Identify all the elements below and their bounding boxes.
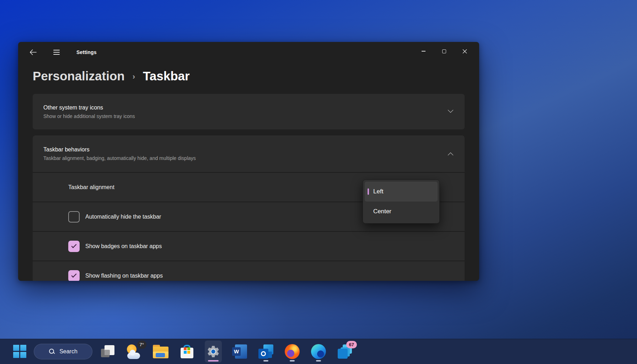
running-app-indicator: [316, 360, 321, 362]
page-title: Taskbar: [143, 69, 190, 83]
minimize-icon: [422, 51, 425, 52]
file-explorer-icon: [153, 345, 168, 358]
taskbar: Search 7°: [0, 339, 637, 364]
chevron-down-icon[interactable]: [448, 107, 454, 113]
minimize-button[interactable]: [413, 43, 434, 59]
back-arrow-icon: [30, 49, 37, 55]
desktop-wallpaper: Settings Personalization › Taskbar Othe: [0, 0, 637, 364]
search-icon: [49, 348, 55, 355]
card-subtitle: Show or hide additional system tray icon…: [43, 113, 135, 119]
outlook-button[interactable]: [257, 341, 274, 363]
microsoft-store-icon: [181, 345, 193, 358]
checkbox-show-badges[interactable]: [68, 241, 80, 252]
card-other-system-tray-icons[interactable]: Other system tray icons Show or hide add…: [33, 94, 465, 129]
app-title: Settings: [76, 49, 97, 55]
firefox-button[interactable]: [284, 341, 301, 363]
settings-gear-icon: [205, 344, 221, 359]
checkmark-icon: [71, 243, 77, 248]
microsoft-store-button[interactable]: [178, 341, 196, 363]
chevron-up-icon[interactable]: [448, 152, 454, 158]
card-title: Other system tray icons: [43, 105, 135, 111]
dropdown-option-center[interactable]: Center: [365, 202, 438, 221]
close-button[interactable]: [454, 43, 475, 59]
weather-icon: 7°: [126, 343, 143, 360]
selection-indicator: [368, 188, 369, 195]
teams-button[interactable]: 67: [336, 341, 353, 363]
active-app-indicator: [208, 360, 219, 362]
window-controls: [413, 42, 475, 60]
taskbar-alignment-dropdown: Left Center: [363, 180, 440, 224]
breadcrumb-separator-icon: ›: [133, 72, 135, 81]
close-icon: [462, 49, 467, 54]
setting-label: Automatically hide the taskbar: [85, 214, 161, 220]
checkbox-show-flashing[interactable]: [68, 270, 80, 281]
setting-label: Show badges on taskbar apps: [85, 243, 162, 250]
task-view-icon: [101, 344, 115, 359]
task-view-button[interactable]: [100, 341, 117, 363]
running-app-indicator: [263, 360, 268, 362]
word-icon: W: [232, 344, 247, 359]
weather-widget-button[interactable]: 7°: [126, 341, 143, 363]
start-button[interactable]: [12, 341, 27, 363]
running-app-indicator: [290, 360, 295, 362]
setting-label: Show flashing on taskbar apps: [85, 273, 163, 279]
edge-button[interactable]: [310, 341, 327, 363]
temperature-badge: 7°: [137, 341, 146, 349]
notification-badge: 67: [346, 341, 357, 348]
titlebar: Settings: [18, 42, 479, 63]
checkbox-auto-hide-taskbar[interactable]: [68, 211, 80, 223]
breadcrumb: Personalization › Taskbar: [33, 69, 465, 83]
outlook-icon: [258, 344, 273, 359]
dropdown-option-left[interactable]: Left: [365, 182, 438, 202]
settings-window: Settings Personalization › Taskbar Othe: [18, 42, 479, 281]
navigation-menu-icon[interactable]: [50, 46, 63, 59]
card-title: Taskbar behaviors: [43, 146, 196, 153]
maximize-icon: [442, 49, 446, 53]
back-button[interactable]: [27, 46, 39, 59]
search-label: Search: [59, 348, 77, 355]
word-button[interactable]: W: [231, 341, 248, 363]
search-box[interactable]: Search: [34, 344, 92, 359]
file-explorer-button[interactable]: [152, 341, 169, 363]
cloud-icon: [127, 353, 140, 359]
card-taskbar-behaviors[interactable]: Taskbar behaviors Taskbar alignment, bad…: [33, 135, 465, 172]
breadcrumb-personalization[interactable]: Personalization: [33, 69, 125, 83]
teams-icon: 67: [337, 344, 353, 359]
checkmark-icon: [71, 272, 77, 278]
edge-icon: [311, 344, 326, 359]
row-show-flashing: Show flashing on taskbar apps: [33, 261, 465, 281]
setting-label: Taskbar alignment: [68, 184, 114, 191]
card-subtitle: Taskbar alignment, badging, automaticall…: [43, 155, 196, 161]
settings-taskbar-button[interactable]: [205, 341, 222, 363]
firefox-icon: [285, 344, 300, 359]
windows-logo-icon: [13, 345, 26, 358]
maximize-button[interactable]: [434, 43, 454, 59]
row-show-badges: Show badges on taskbar apps: [33, 232, 465, 261]
